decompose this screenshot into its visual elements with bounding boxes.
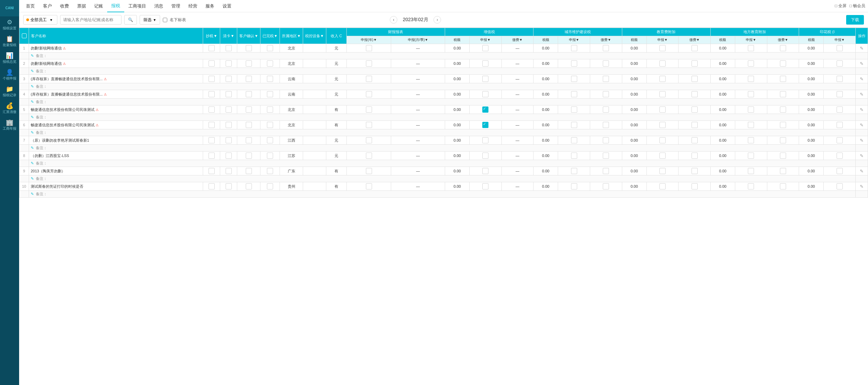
cb-df-jiaofei[interactable]: [780, 137, 786, 143]
df-jiaofei-cell[interactable]: [767, 152, 799, 160]
edit-ops-cell[interactable]: ✎: [856, 105, 868, 114]
checkbox-unchecked[interactable]: [482, 60, 488, 67]
jy-shenbao-cell[interactable]: [646, 167, 679, 175]
cb-cs-shenbao[interactable]: [571, 106, 577, 113]
qingka-checkbox[interactable]: [226, 76, 232, 82]
jy-shenbao-cell[interactable]: [646, 90, 679, 99]
nav-xiaoxi[interactable]: 消息: [150, 0, 167, 12]
yiwanshui-checkbox[interactable]: [267, 137, 273, 143]
jy-jiaofei-cell[interactable]: [679, 136, 711, 145]
edit-icon[interactable]: ✎: [860, 184, 864, 189]
cb-jy-jiaofei[interactable]: [692, 168, 698, 174]
nav-jizhang[interactable]: 记账: [90, 0, 107, 12]
cs-jiaofei-cell[interactable]: [590, 105, 622, 114]
edit-ops-cell[interactable]: ✎: [856, 75, 868, 83]
cb-cs-jiaofei[interactable]: [603, 60, 609, 67]
confirm-checkbox[interactable]: [246, 168, 252, 174]
qingka-cell[interactable]: [220, 105, 237, 114]
cs-shenbao-cell[interactable]: [558, 105, 590, 114]
cb-df-shenbao[interactable]: [748, 183, 754, 189]
cs-shenbao-cell[interactable]: [558, 167, 590, 175]
checkbox-checked[interactable]: [482, 106, 488, 113]
chaoshui-cell[interactable]: [203, 59, 220, 68]
yiwanshui-checkbox[interactable]: [267, 122, 273, 128]
zz-shenbao-cell[interactable]: [469, 44, 501, 53]
df-jiaofei-cell[interactable]: [767, 121, 799, 129]
chaoshui-cell[interactable]: [203, 44, 220, 53]
yiwanshui-cell[interactable]: [260, 59, 280, 68]
checkbox-unchecked[interactable]: [482, 91, 488, 97]
cb-df-jiaofei[interactable]: [780, 91, 786, 97]
jy-jiaofei-cell[interactable]: [679, 90, 711, 99]
chaoshui-checkbox[interactable]: [209, 91, 215, 97]
qingka-checkbox[interactable]: [226, 183, 232, 189]
cb-cs-shenbao[interactable]: [571, 45, 577, 51]
yiwanshui-cell[interactable]: [260, 44, 280, 53]
confirm-cell[interactable]: [237, 121, 260, 129]
cs-jiaofei-cell[interactable]: [590, 44, 622, 53]
cb-cs-jiaofei[interactable]: [603, 76, 609, 82]
df-shenbao-cell[interactable]: [735, 136, 767, 145]
cb-cs-jiaofei[interactable]: [603, 45, 609, 51]
sidebar-item-baoshuishezhi[interactable]: ⚙ 报税设置: [0, 16, 19, 33]
cb-jy-shenbao[interactable]: [659, 91, 666, 97]
prev-month-button[interactable]: ‹: [390, 16, 397, 24]
jy-jiaofei-cell[interactable]: [679, 44, 711, 53]
qingka-cell[interactable]: [220, 59, 237, 68]
cb-jy-jiaofei[interactable]: [692, 60, 698, 67]
confirm-checkbox[interactable]: [246, 137, 252, 143]
cs-shenbao-cell[interactable]: [558, 90, 590, 99]
cb-cs-shenbao[interactable]: [571, 91, 577, 97]
nav-guanli[interactable]: 管理: [167, 0, 184, 12]
yiwanshui-checkbox[interactable]: [267, 183, 273, 189]
remark-text-cell[interactable]: ✎ 备注：: [29, 175, 856, 182]
remark-text-cell[interactable]: ✎ 备注：: [29, 129, 856, 136]
cb-yh-shenbao[interactable]: [837, 183, 843, 189]
chaoshui-cell[interactable]: [203, 152, 220, 160]
chaoshui-cell[interactable]: [203, 75, 220, 83]
yh-shenbao-cell[interactable]: [824, 105, 856, 114]
yiwanshui-cell[interactable]: [260, 121, 280, 129]
confirm-checkbox[interactable]: [246, 106, 252, 113]
jy-jiaofei-cell[interactable]: [679, 75, 711, 83]
member-button[interactable]: □ 畅会员: [849, 3, 865, 9]
df-shenbao-cell[interactable]: [735, 121, 767, 129]
chaoshui-checkbox[interactable]: [209, 45, 215, 51]
cb-jy-shenbao[interactable]: [659, 137, 666, 143]
df-shenbao-cell[interactable]: [735, 44, 767, 53]
yh-shenbao-cell[interactable]: [824, 136, 856, 145]
confirm-cell[interactable]: [237, 105, 260, 114]
cb-jy-jiaofei[interactable]: [692, 153, 698, 159]
yh-shenbao-cell[interactable]: [824, 90, 856, 99]
qingka-checkbox[interactable]: [226, 137, 232, 143]
jy-shenbao-cell[interactable]: [646, 75, 679, 83]
df-shenbao-cell[interactable]: [735, 105, 767, 114]
edit-ops-cell[interactable]: ✎: [856, 182, 868, 191]
yh-shenbao-cell[interactable]: [824, 167, 856, 175]
cb-caiwu-nian[interactable]: [366, 91, 372, 97]
confirm-checkbox[interactable]: [246, 122, 252, 128]
confirm-checkbox[interactable]: [246, 76, 252, 82]
cs-shenbao-cell[interactable]: [558, 182, 590, 191]
yiwanshui-checkbox[interactable]: [267, 60, 273, 67]
yh-shenbao-cell[interactable]: [824, 75, 856, 83]
confirm-cell[interactable]: [237, 152, 260, 160]
cs-shenbao-cell[interactable]: [558, 136, 590, 145]
cs-shenbao-cell[interactable]: [558, 59, 590, 68]
chaoshui-cell[interactable]: [203, 136, 220, 145]
checkbox-unchecked[interactable]: [482, 168, 488, 174]
qingka-checkbox[interactable]: [226, 168, 232, 174]
nav-shezhi[interactable]: 设置: [218, 0, 236, 12]
nav-kehu[interactable]: 客户: [39, 0, 56, 12]
cb-df-shenbao[interactable]: [748, 137, 754, 143]
zz-shenbao-cell[interactable]: [469, 136, 501, 145]
cb-jy-shenbao[interactable]: [659, 122, 666, 128]
caiwu-nianbao-cell[interactable]: [347, 59, 391, 68]
jy-shenbao-cell[interactable]: [646, 152, 679, 160]
remark-text-cell[interactable]: ✎ 备注：: [29, 191, 856, 198]
sidebar-item-huisuanqingjiao[interactable]: 💰 汇算清缴: [0, 100, 19, 117]
cb-jy-jiaofei[interactable]: [692, 76, 698, 82]
checkbox-unchecked[interactable]: [482, 153, 488, 159]
cb-cs-jiaofei[interactable]: [603, 91, 609, 97]
chaoshui-checkbox[interactable]: [209, 76, 215, 82]
